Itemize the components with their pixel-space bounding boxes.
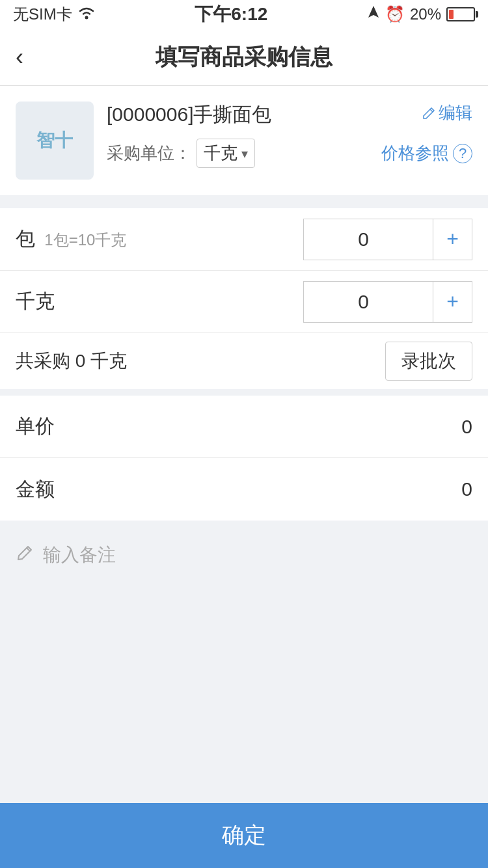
unit-dropdown-arrow: ▾ xyxy=(241,146,248,161)
kg-input-row: 千克 + xyxy=(0,271,488,333)
alarm-icon: ⏰ xyxy=(385,5,405,23)
batch-button[interactable]: 录批次 xyxy=(385,342,472,381)
status-bar: 无SIM卡 下午6:12 ⏰ 20% xyxy=(0,0,488,29)
remark-section[interactable]: 输入备注 xyxy=(0,527,488,605)
total-label: 共采购 0 千克 xyxy=(16,351,127,371)
unit-select[interactable]: 千克 ▾ xyxy=(197,139,255,168)
edit-button[interactable]: 编辑 xyxy=(422,102,472,124)
price-ref-button[interactable]: 价格参照 ? xyxy=(381,142,472,165)
nav-bar: ‹ 填写商品采购信息 xyxy=(0,29,488,86)
status-left: 无SIM卡 xyxy=(13,4,96,25)
unit-price-row: 单价 0 xyxy=(0,396,488,458)
kg-quantity-input[interactable] xyxy=(303,281,433,323)
svg-point-0 xyxy=(85,16,88,20)
amount-row: 金额 0 xyxy=(0,458,488,521)
unit-value: 千克 xyxy=(204,142,237,165)
back-button[interactable]: ‹ xyxy=(16,44,23,71)
bag-label: 包 1包=10千克 xyxy=(16,226,303,252)
bottom-space xyxy=(0,605,488,670)
product-thumb-text: 智十 xyxy=(36,128,73,153)
unit-price-value: 0 xyxy=(461,416,472,438)
section-separator-1 xyxy=(0,202,488,208)
pencil-icon xyxy=(16,544,34,567)
battery-icon xyxy=(446,7,475,21)
page-title: 填写商品采购信息 xyxy=(156,42,332,72)
product-unit-row: 采购单位： 千克 ▾ 价格参照 ? xyxy=(107,139,472,168)
bag-plus-button[interactable]: + xyxy=(433,219,472,260)
total-text: 共采购 0 千克 xyxy=(16,349,127,373)
input-section: 包 1包=10千克 + 千克 + xyxy=(0,208,488,333)
total-row: 共采购 0 千克 录批次 xyxy=(0,333,488,396)
bag-hint: 1包=10千克 xyxy=(44,231,126,249)
location-icon xyxy=(367,5,380,24)
price-section: 单价 0 金额 0 xyxy=(0,396,488,527)
product-card: 智十 [0000006]手撕面包 编辑 采购单位： 千克 ▾ 价格参照 xyxy=(0,86,488,202)
edit-label: 编辑 xyxy=(439,102,472,124)
amount-value: 0 xyxy=(461,478,472,500)
unit-price-label: 单价 xyxy=(16,413,461,440)
product-name: [0000006]手撕面包 xyxy=(107,102,271,128)
bag-input-box: + xyxy=(303,219,472,260)
product-header: [0000006]手撕面包 编辑 xyxy=(107,102,472,128)
confirm-button[interactable]: 确定 xyxy=(0,803,488,868)
kg-input-box: + xyxy=(303,281,472,323)
kg-label: 千克 xyxy=(16,288,303,315)
bag-quantity-input[interactable] xyxy=(303,219,433,260)
kg-plus-button[interactable]: + xyxy=(433,281,472,323)
remark-placeholder: 输入备注 xyxy=(43,543,116,567)
battery-pct: 20% xyxy=(410,5,441,23)
product-thumbnail: 智十 xyxy=(16,102,94,180)
wifi-icon xyxy=(77,5,96,23)
status-right: ⏰ 20% xyxy=(367,5,475,24)
status-time: 下午6:12 xyxy=(195,2,267,27)
product-info: [0000006]手撕面包 编辑 采购单位： 千克 ▾ 价格参照 ? xyxy=(107,102,472,168)
unit-label: 采购单位： xyxy=(107,142,191,165)
bag-input-row: 包 1包=10千克 + xyxy=(0,208,488,271)
price-ref-help-icon: ? xyxy=(453,144,472,163)
price-ref-label: 价格参照 xyxy=(381,142,449,165)
signal-label: 无SIM卡 xyxy=(13,4,72,25)
amount-label: 金额 xyxy=(16,476,461,503)
